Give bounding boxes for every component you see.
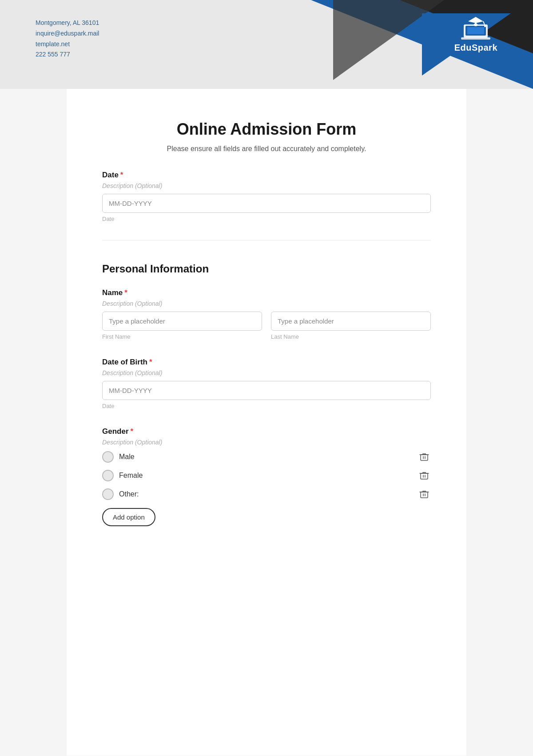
svg-rect-11 [421, 492, 428, 498]
main-content: Online Admission Form Please ensure all … [67, 89, 466, 756]
gender-section: Gender * Description (Optional) Male [102, 427, 431, 526]
gender-option-female-left: Female [102, 470, 143, 481]
name-label: Name * [102, 288, 431, 297]
personal-info-section: Personal Information Name * Description … [102, 254, 431, 526]
gender-option-other-left: Other: [102, 488, 139, 500]
svg-rect-3 [467, 27, 484, 34]
section-divider [102, 240, 431, 240]
dob-required-star: * [149, 358, 152, 367]
svg-point-6 [473, 24, 478, 26]
dob-label: Date of Birth * [102, 358, 431, 367]
date-required-star: * [120, 171, 123, 180]
gender-option-female: Female [102, 469, 431, 482]
dob-hint: Date [102, 403, 431, 409]
add-option-button[interactable]: Add option [102, 508, 155, 526]
name-description: Description (Optional) [102, 300, 431, 307]
gender-option-other: Other: [102, 488, 431, 501]
date-input[interactable] [102, 194, 431, 213]
first-name-field: First Name [102, 312, 262, 340]
gender-radio-group: Male Female [102, 450, 431, 501]
gender-radio-female[interactable] [102, 470, 114, 481]
name-row: First Name Last Name [102, 312, 431, 340]
svg-rect-10 [421, 473, 428, 479]
dob-description: Description (Optional) [102, 369, 431, 376]
gender-label: Gender * [102, 427, 431, 436]
gender-required-star: * [131, 427, 134, 436]
header-contact: Montgomery, AL 36101 inquire@eduspark.ma… [36, 18, 99, 60]
gender-description: Description (Optional) [102, 439, 431, 446]
gender-male-label: Male [119, 453, 135, 461]
logo-text: EduSpark [454, 43, 497, 53]
form-title: Online Admission Form [102, 120, 431, 139]
date-label: Date * [102, 171, 431, 180]
gender-option-male-left: Male [102, 451, 135, 463]
name-required-star: * [124, 288, 127, 297]
contact-line1: Montgomery, AL 36101 [36, 18, 99, 28]
gender-female-delete-icon[interactable] [418, 469, 431, 482]
date-section: Date * Description (Optional) Date [102, 171, 431, 222]
date-description: Description (Optional) [102, 182, 431, 189]
gender-other-label: Other: [119, 490, 139, 498]
svg-rect-9 [421, 455, 428, 460]
contact-line2: inquire@eduspark.mail [36, 28, 99, 39]
first-name-hint: First Name [102, 333, 262, 340]
gender-option-male: Male [102, 450, 431, 464]
svg-point-8 [484, 25, 486, 27]
last-name-input[interactable] [271, 312, 431, 331]
date-hint: Date [102, 216, 431, 222]
contact-line4: 222 555 777 [36, 49, 99, 60]
page-header: Montgomery, AL 36101 inquire@eduspark.ma… [0, 0, 533, 89]
dob-section: Date of Birth * Description (Optional) D… [102, 358, 431, 409]
personal-info-title: Personal Information [102, 254, 431, 275]
header-logo: EduSpark [454, 13, 497, 53]
name-section: Name * Description (Optional) First Name… [102, 288, 431, 340]
add-option-label: Add option [113, 513, 145, 521]
gender-radio-other[interactable] [102, 488, 114, 500]
gender-female-label: Female [119, 472, 143, 480]
svg-rect-2 [461, 37, 490, 40]
form-subtitle: Please ensure all fields are filled out … [102, 145, 431, 153]
gender-male-delete-icon[interactable] [418, 450, 431, 464]
gender-radio-male[interactable] [102, 451, 114, 463]
eduspark-logo-icon [460, 13, 491, 40]
last-name-hint: Last Name [271, 333, 431, 340]
last-name-field: Last Name [271, 312, 431, 340]
contact-line3: template.net [36, 39, 99, 50]
dob-input[interactable] [102, 381, 431, 400]
first-name-input[interactable] [102, 312, 262, 331]
gender-other-delete-icon[interactable] [418, 488, 431, 501]
